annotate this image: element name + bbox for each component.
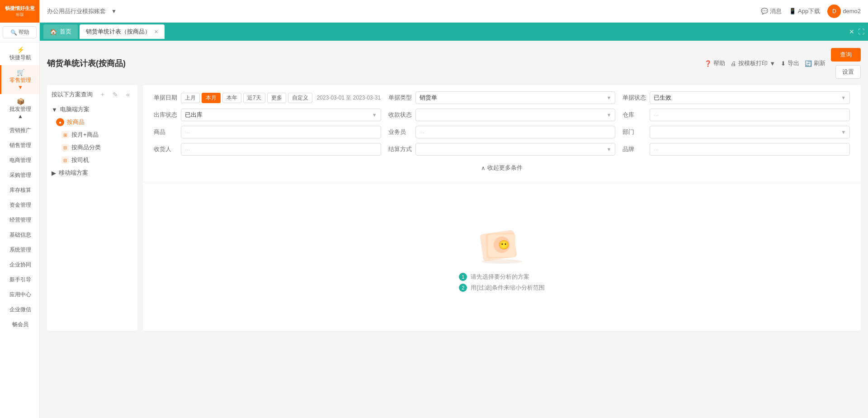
date-control: 上月 本月 本年 近7天 更多 自定义 2023-03-01 至 2023-03… <box>181 93 381 103</box>
enterprise-label: 企业协同 <box>3 261 38 269</box>
tab-close-button[interactable]: ✕ <box>154 29 158 35</box>
main-panel: 按以下方案查询 ＋ ✎ « ▼ 电脑端方案 ● 按商品 <box>47 85 861 331</box>
tab-close-all-button[interactable]: ✕ <box>849 28 854 35</box>
out-status-value: 已出库 <box>185 111 203 119</box>
tree-item-month-goods[interactable]: ⊞ 按月+商品 <box>47 128 137 141</box>
add-scheme-button[interactable]: ＋ <box>98 90 108 100</box>
settlement-arrow: ▼ <box>606 147 611 152</box>
date-btn-7days[interactable]: 近7天 <box>243 93 265 103</box>
export-button[interactable]: ⬇ 导出 <box>781 59 799 67</box>
sidebar-item-enterprise[interactable]: 企业协同 <box>0 257 39 272</box>
app-download-button[interactable]: 📱 App下载 <box>789 7 820 15</box>
sidebar-item-inventory[interactable]: 库存核算 <box>0 183 39 198</box>
print-button[interactable]: 🖨 按模板打印 ▼ <box>731 59 775 67</box>
dept-select[interactable]: ▼ <box>650 126 850 138</box>
message-button[interactable]: 💬 消息 <box>761 7 782 15</box>
query-button[interactable]: 查询 <box>831 48 861 62</box>
warehouse-dots: ··· <box>654 112 659 119</box>
sidebar-item-ecommerce[interactable]: 电商管理 <box>0 153 39 168</box>
brand-label: 品牌 <box>623 145 650 153</box>
search-menu-button[interactable]: 🔍 帮助 <box>3 26 37 38</box>
date-btn-last-month[interactable]: 上月 <box>181 93 200 103</box>
out-status-select[interactable]: 已出库 ▼ <box>181 109 381 121</box>
sidebar-item-operations[interactable]: 经营管理 <box>0 213 39 228</box>
date-btn-this-year[interactable]: 本年 <box>222 93 241 103</box>
sidebar-item-finance[interactable]: 资金管理 <box>0 198 39 213</box>
print-icon: 🖨 <box>731 60 736 67</box>
tree-parent-mobile[interactable]: ▶ 移动端方案 <box>47 166 137 179</box>
filter-row-3: 商品 ··· 业务员 ··· <box>150 126 854 138</box>
sidebar-item-quick-nav[interactable]: ⚡ 快捷导航 <box>0 43 39 65</box>
sidebar-item-wechat[interactable]: 企业微信 <box>0 302 39 317</box>
recv-status-select[interactable]: ▼ <box>415 109 616 121</box>
sidebar-item-system[interactable]: 系统管理 <box>0 242 39 257</box>
tree-item-by-goods[interactable]: ● 按商品 <box>47 116 137 128</box>
date-range: 2023-03-01 至 2023-03-31 <box>317 94 381 102</box>
sidebar-item-purchase[interactable]: 采购管理 <box>0 168 39 183</box>
settlement-label: 结算方式 <box>388 145 415 153</box>
tab-sales-stat[interactable]: 销货单统计表（按商品） ✕ <box>80 24 165 39</box>
svg-text:😶: 😶 <box>498 239 509 250</box>
receiver-select[interactable]: ··· <box>181 143 381 156</box>
filter-dept: 部门 ▼ <box>619 126 854 138</box>
by-goods-icon: ● <box>56 118 64 126</box>
collapse-bar[interactable]: ∧ 收起更多条件 <box>150 160 854 176</box>
tree-parent-mobile-label: 移动端方案 <box>59 169 88 177</box>
filter-row-2: 出库状态 已出库 ▼ 收款状态 ▼ <box>150 109 854 121</box>
recv-status-arrow: ▼ <box>606 112 611 118</box>
date-btn-this-month[interactable]: 本月 <box>202 93 221 103</box>
empty-tips: 1 请先选择要分析的方案 2 用[过滤]条件来缩小分析范围 <box>459 273 544 294</box>
goods-select[interactable]: ··· <box>181 126 381 138</box>
doc-type-value: 销货单 <box>420 94 437 102</box>
sidebar-item-basic[interactable]: 基础信息 <box>0 228 39 242</box>
sidebar-item-wholesale[interactable]: 📦 批发管理 ▲ <box>0 94 39 123</box>
avatar: D <box>827 5 841 18</box>
app-logo: 畅捷惰好生意 标版 <box>0 0 39 23</box>
tab-fullscreen-button[interactable]: ⛶ <box>858 28 864 35</box>
sidebar-item-member[interactable]: 畅会员 <box>0 317 39 332</box>
dept-label: 部门 <box>623 128 650 136</box>
date-btn-custom[interactable]: 自定义 <box>288 93 312 103</box>
collapse-scheme-button[interactable]: « <box>123 90 133 100</box>
help-button[interactable]: ❓ 帮助 <box>704 59 725 67</box>
filter-out-status: 出库状态 已出库 ▼ <box>150 109 385 121</box>
basic-label: 基础信息 <box>3 231 38 239</box>
salesman-label: 业务员 <box>388 128 415 136</box>
refresh-icon: 🔄 <box>805 60 812 67</box>
search-area: 🔍 帮助 <box>0 23 39 43</box>
app-dropdown-button[interactable]: ▼ <box>111 8 117 14</box>
salesman-select[interactable]: ··· <box>415 126 616 138</box>
finance-label: 资金管理 <box>3 201 38 209</box>
left-panel: 按以下方案查询 ＋ ✎ « ▼ 电脑端方案 ● 按商品 <box>47 85 137 331</box>
wholesale-arrow: ▲ <box>18 113 23 119</box>
doc-status-select[interactable]: 已生效 ▼ <box>650 91 850 104</box>
filter-area: 单据日期 上月 本月 本年 近7天 更多 自定义 <box>143 85 861 182</box>
left-panel-tools: ＋ ✎ « <box>98 90 133 100</box>
sidebar-item-appcenter[interactable]: 应用中心 <box>0 287 39 302</box>
doc-type-select[interactable]: 销货单 ▼ <box>415 91 616 104</box>
date-btn-more[interactable]: 更多 <box>267 93 286 103</box>
filter-row-4: 收货人 ··· 结算方式 ▼ <box>150 143 854 156</box>
tree-parent-pc[interactable]: ▼ 电脑端方案 <box>47 103 137 116</box>
refresh-button[interactable]: 🔄 刷新 <box>805 59 826 67</box>
message-label: 消息 <box>770 7 782 15</box>
doc-type-arrow: ▼ <box>606 95 611 100</box>
search-label: 帮助 <box>19 28 29 36</box>
settlement-select[interactable]: ▼ <box>415 143 616 156</box>
edit-scheme-button[interactable]: ✎ <box>110 90 120 100</box>
tab-home[interactable]: 🏠 首页 <box>43 24 78 39</box>
user-menu[interactable]: D demo2 <box>827 5 861 18</box>
warehouse-select[interactable]: ··· <box>650 109 850 121</box>
brand-select[interactable]: ··· <box>650 143 850 156</box>
setting-button[interactable]: 设置 <box>835 65 861 79</box>
sidebar-item-marketing[interactable]: 营销推广 <box>0 123 39 138</box>
sidebar-item-sales[interactable]: 销售管理 <box>0 138 39 153</box>
tree-item-goods-cat[interactable]: ⊟ 按商品分类 <box>47 141 137 154</box>
tree-item-driver[interactable]: ⊟ 按司机 <box>47 154 137 166</box>
sidebar-item-retail[interactable]: 🛒 零售管理 ▼ <box>0 65 39 94</box>
brand-dots: ··· <box>654 146 659 153</box>
appcenter-label: 应用中心 <box>3 291 38 299</box>
filter-goods: 商品 ··· <box>150 126 385 138</box>
sidebar-item-newbie[interactable]: 新手引导 <box>0 272 39 287</box>
header-actions: 💬 消息 📱 App下载 D demo2 <box>761 5 861 18</box>
